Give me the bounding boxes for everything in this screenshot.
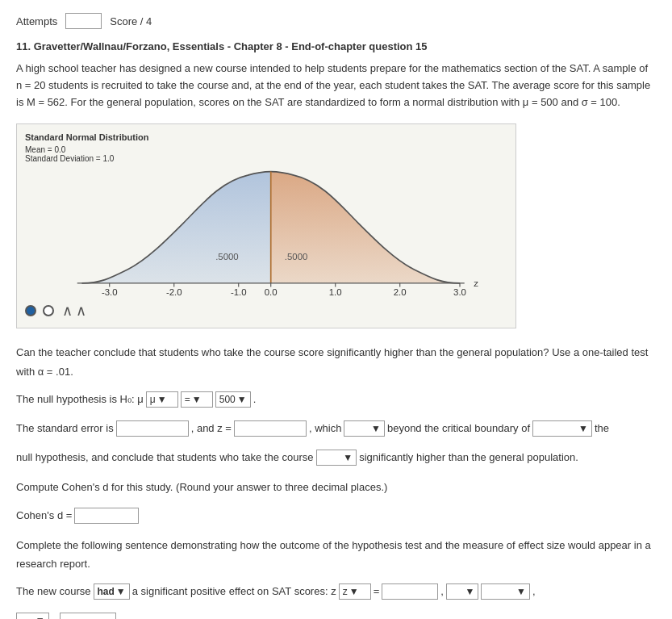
svg-text:1.0: 1.0 bbox=[329, 287, 342, 297]
mu-dropdown[interactable]: μ ▼ bbox=[146, 391, 178, 408]
bell-icon-1[interactable]: ∧ bbox=[62, 302, 73, 320]
period-1: . bbox=[253, 389, 257, 410]
bell-icons: ∧ ∧ bbox=[62, 302, 86, 320]
the-label: the bbox=[595, 418, 609, 439]
question-title-text: Gravetter/Wallnau/Forzano, Essentials - … bbox=[34, 40, 428, 52]
svg-text:.5000: .5000 bbox=[215, 253, 239, 262]
sentence-instructions: Complete the following sentence demonstr… bbox=[16, 536, 656, 574]
equals-dropdown[interactable]: = ▼ bbox=[181, 391, 213, 408]
svg-text:-2.0: -2.0 bbox=[166, 287, 182, 297]
graph-controls: ∧ ∧ bbox=[25, 302, 507, 320]
p-dropdown[interactable]: ▼ bbox=[446, 583, 479, 600]
distribution-chart: -3.0 -2.0 -1.0 0.0 1.0 2.0 3.0 0.00 z .5… bbox=[25, 168, 507, 297]
std-error-prefix: The standard error is bbox=[16, 418, 114, 439]
significantly-text: significantly higher than the general po… bbox=[359, 447, 578, 468]
boundary-arrow-icon: ▼ bbox=[578, 419, 588, 438]
null-conclude-row: null hypothesis, and conclude that stude… bbox=[16, 447, 656, 468]
final-dropdown[interactable]: ▼ bbox=[481, 583, 530, 600]
eq-arrow-icon: ▼ bbox=[192, 390, 202, 409]
graph-title: Standard Normal Distribution bbox=[25, 132, 507, 142]
new-course-label: The new course bbox=[16, 581, 91, 602]
cohens-label-text: Compute Cohen's d for this study. (Round… bbox=[16, 481, 387, 493]
radio-group bbox=[25, 305, 54, 316]
reject-arrow-icon: ▼ bbox=[343, 448, 353, 467]
final-arrow-icon: ▼ bbox=[516, 582, 526, 601]
svg-text:3.0: 3.0 bbox=[453, 287, 466, 297]
z-result-input[interactable] bbox=[382, 583, 438, 600]
and-z-label: , and z = bbox=[191, 418, 232, 439]
attempts-input[interactable] bbox=[65, 13, 102, 29]
d-arrow-icon: ▼ bbox=[35, 611, 45, 619]
attempts-label: Attempts bbox=[16, 15, 57, 27]
question-number: 11. bbox=[16, 40, 31, 52]
score-label: Score / 4 bbox=[110, 15, 152, 27]
which-label: , which bbox=[309, 418, 341, 439]
hypothesis-question-text: Can the teacher conclude that students w… bbox=[16, 346, 648, 377]
z-value-input[interactable] bbox=[234, 420, 307, 437]
cohens-field-label: Cohen's d = bbox=[16, 505, 72, 526]
sentence-row-1: The new course had ▼ a significant posit… bbox=[16, 581, 656, 602]
null-conclude-text: null hypothesis, and conclude that stude… bbox=[16, 447, 314, 468]
reject-dropdown[interactable]: ▼ bbox=[316, 450, 357, 466]
period-final: . bbox=[119, 610, 122, 619]
svg-text:z: z bbox=[474, 279, 478, 289]
boundary-dropdown[interactable]: ▼ bbox=[532, 420, 592, 437]
equals-2-label: = bbox=[52, 610, 58, 619]
cohens-question: Compute Cohen's d for this study. (Round… bbox=[16, 478, 656, 496]
null-hypothesis-row: The null hypothesis is H₀: μ μ ▼ = ▼ 500… bbox=[16, 389, 656, 410]
mean-label: Mean = 0.0 bbox=[25, 145, 507, 154]
cohens-d-input[interactable] bbox=[74, 508, 139, 524]
standard-error-row: The standard error is , and z = , which … bbox=[16, 418, 656, 439]
which-arrow-icon: ▼ bbox=[371, 419, 381, 438]
beyond-label: beyond the critical boundary of bbox=[387, 418, 530, 439]
had-text: had bbox=[98, 582, 115, 601]
cohens-row: Cohen's d = bbox=[16, 505, 656, 526]
radio-empty[interactable] bbox=[43, 305, 54, 316]
mu-arrow-icon: ▼ bbox=[157, 390, 167, 409]
which-dropdown[interactable]: ▼ bbox=[344, 420, 385, 437]
graph-container: Standard Normal Distribution Mean = 0.0 … bbox=[16, 123, 516, 328]
z-dropdown[interactable]: z ▼ bbox=[339, 583, 371, 600]
val-arrow-icon: ▼ bbox=[237, 390, 247, 409]
d-label-dropdown[interactable]: ▼ bbox=[16, 613, 49, 619]
svg-text:-3.0: -3.0 bbox=[102, 287, 118, 297]
a-significant-label: a significant positive effect on SAT sco… bbox=[132, 581, 336, 602]
p-arrow-icon: ▼ bbox=[465, 582, 475, 601]
sentence-row-2: ▼ = . bbox=[16, 610, 656, 619]
header-row: Attempts Score / 4 bbox=[16, 13, 656, 29]
had-arrow-icon: ▼ bbox=[116, 582, 126, 601]
value-500-text: 500 bbox=[219, 390, 236, 409]
hypothesis-question: Can the teacher conclude that students w… bbox=[16, 343, 656, 381]
value-dropdown[interactable]: 500 ▼ bbox=[215, 391, 251, 408]
sd-label: Standard Deviation = 1.0 bbox=[25, 154, 507, 163]
standard-error-input[interactable] bbox=[116, 420, 189, 437]
graph-area: -3.0 -2.0 -1.0 0.0 1.0 2.0 3.0 0.00 z .5… bbox=[25, 168, 507, 297]
null-hyp-label: The null hypothesis is H₀: μ bbox=[16, 389, 144, 410]
question-body: A high school teacher has designed a new… bbox=[16, 61, 656, 111]
svg-text:.5000: .5000 bbox=[285, 253, 308, 262]
radio-filled[interactable] bbox=[25, 305, 36, 316]
svg-text:2.0: 2.0 bbox=[394, 287, 407, 297]
question-title: 11. Gravetter/Wallnau/Forzano, Essential… bbox=[16, 40, 656, 52]
svg-text:0.0: 0.0 bbox=[265, 287, 278, 297]
sentence-label-text: Complete the following sentence demonstr… bbox=[16, 539, 651, 570]
comma-1: , bbox=[440, 581, 444, 602]
d-result-input[interactable] bbox=[60, 613, 116, 619]
graph-stats: Mean = 0.0 Standard Deviation = 1.0 bbox=[25, 145, 507, 163]
had-dropdown[interactable]: had ▼ bbox=[94, 583, 130, 600]
z-arrow-icon: ▼ bbox=[349, 582, 359, 601]
svg-text:-1.0: -1.0 bbox=[231, 287, 247, 297]
bell-icon-2[interactable]: ∧ bbox=[76, 302, 86, 320]
equals-label: = bbox=[374, 581, 380, 602]
comma-2: , bbox=[532, 581, 536, 602]
